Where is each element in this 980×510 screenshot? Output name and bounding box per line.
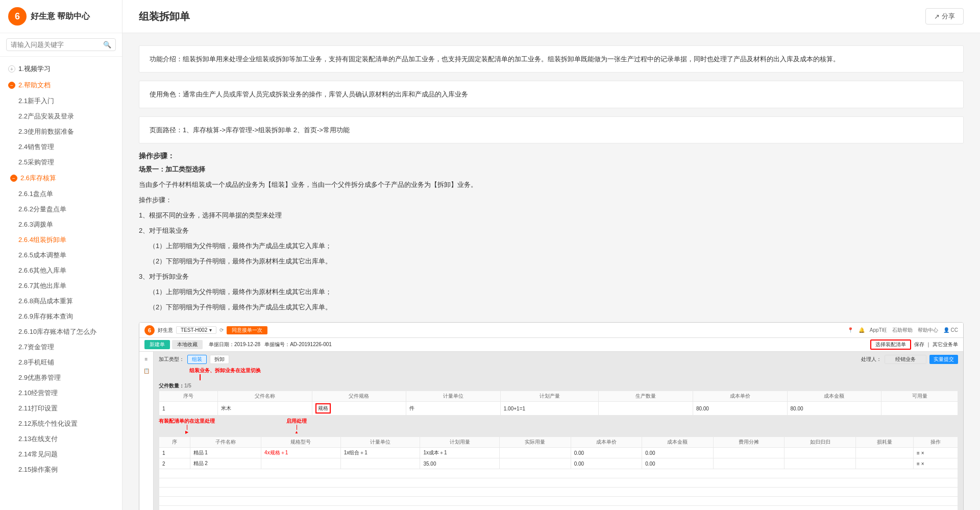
table-row: 1 精品 1 4x规格＋1 1x组合＋1 1x成本＋1 0.00 0.00 — [159, 448, 958, 458]
mock-tab-active[interactable]: 新建单 — [144, 340, 170, 349]
table-row — [159, 488, 958, 497]
arrow-line2 — [297, 425, 297, 430]
annotation-label-enable: 启用处理 — [286, 418, 307, 425]
mock-text3: 帮助中心 — [918, 327, 938, 334]
mock-confirm-btn[interactable]: 实量提交 — [929, 355, 958, 364]
sidebar-item-faq[interactable]: 2.14常见问题 — [0, 447, 122, 462]
sidebar-item-video[interactable]: + 1.视频学习 — [0, 61, 122, 77]
mock-body: ≡ 📋 加工类型： 组装 拆卸 处理人： 经销业务 实量提交 — [139, 352, 963, 510]
mock-type-label: 加工类型： — [159, 356, 184, 363]
mock-input-highlighted[interactable]: 规格 — [315, 403, 331, 414]
sidebar-item-inventory[interactable]: − 2.6库存核算 — [0, 170, 122, 186]
sidebar-item-finance[interactable]: 2.7资金管理 — [0, 339, 122, 355]
search-icon: 🔍 — [103, 41, 111, 48]
sidebar-item-cases[interactable]: 2.15操作案例 — [0, 462, 122, 477]
step3-2: （2）下部明细为子件明细，最终作为产成品生成其它入库单。 — [139, 301, 964, 314]
mock-action-btn[interactable]: 同意接单一次 — [227, 326, 267, 334]
col-parent-spec: 父件规格 — [312, 391, 406, 402]
sidebar-item-install[interactable]: 2.2产品安装及登录 — [0, 109, 122, 124]
cell-parent-spec: 规格 — [312, 402, 406, 416]
sidebar-item-newcomer[interactable]: 2.1新手入门 — [0, 93, 122, 109]
share-icon: ↗ — [934, 13, 940, 20]
cell-loss — [855, 448, 913, 458]
sidebar-item-partial-stocktake[interactable]: 2.6.2分量盘点单 — [0, 202, 122, 217]
mock-child-table: 序 子件名称 规格型号 计量单位 计划用量 实际用量 成本单价 成本金额 费用分… — [159, 436, 958, 510]
cell-plan-use: 1x成本＋1 — [420, 448, 500, 458]
col-plan-qty: 计划产量 — [500, 391, 599, 402]
sidebar-item-ops[interactable]: 2.10经营管理 — [0, 385, 122, 401]
sidebar-item-assembly[interactable]: 2.6.4组装拆卸单 — [0, 232, 122, 248]
mock-sidebar-icon1: ≡ — [139, 354, 153, 364]
sidebar-item-payment[interactable]: 2.13在线支付 — [0, 431, 122, 447]
sidebar-item-docs[interactable]: − 2.帮助文档 — [0, 77, 122, 93]
intro-block-1: 功能介绍：组装拆卸单用来处理企业组装或拆卸等加工业务，支持有固定装配清单的产品加… — [139, 45, 964, 72]
expand-icon: − — [10, 175, 17, 182]
mock-type-selector: 加工类型： 组装 拆卸 处理人： 经销业务 实量提交 — [159, 355, 958, 364]
cell-child-name2: 精品 2 — [190, 458, 261, 469]
table-row: 1 米木 规格 件 1.00+1=1 80.00 80.00 — [159, 402, 958, 416]
mock-handler-input[interactable]: 经销业务 — [885, 355, 926, 364]
sidebar-item-ledger-fix[interactable]: 2.6.10库存账本错了怎么办 — [0, 324, 122, 339]
mock-tab-2[interactable]: 本地收藏 — [172, 340, 203, 349]
scene1-title: 场景一：加工类型选择 — [139, 165, 964, 174]
mock-dropdown-arrow: ▾ — [209, 327, 212, 333]
mock-topbar-right: 📍 🔔 AppT旺 石助帮助 帮助中心 👤 CC — [847, 327, 958, 334]
cell-child-name: 精品 1 — [190, 448, 261, 458]
app-logo-icon: 6 — [8, 7, 27, 26]
mock-child-table-header: 序 子件名称 规格型号 计量单位 计划用量 实际用量 成本单价 成本金额 费用分… — [159, 437, 958, 448]
mock-assembly-label: 选择装配清单 — [875, 341, 906, 348]
search-input[interactable] — [11, 41, 103, 48]
cell-plan-use2: 35.00 — [420, 458, 500, 469]
page-title: 组装拆卸单 — [139, 10, 190, 23]
mock-handler-field: 处理人： — [861, 356, 881, 363]
sidebar-item-other-in[interactable]: 2.6.6其他入库单 — [0, 263, 122, 278]
mock-icon1: 📍 — [847, 327, 853, 333]
cell-no: 1 — [159, 402, 218, 416]
share-button[interactable]: ↗ 分享 — [925, 8, 964, 25]
mock-type-option1[interactable]: 组装 — [187, 355, 207, 364]
col-no2: 序 — [159, 437, 190, 448]
mock-type-option2[interactable]: 拆卸 — [210, 355, 229, 364]
sidebar-item-dataprep[interactable]: 2.3使用前数据准备 — [0, 124, 122, 139]
intro-block-2: 使用角色：通常由生产人员或库管人员完成拆装业务的操作，库管人员确认原材料的出库和… — [139, 81, 964, 108]
step2: 2、对于组装业务 — [139, 224, 964, 237]
ops-title: 操作步骤： — [139, 152, 964, 161]
sidebar-item-sales[interactable]: 2.4销售管理 — [0, 139, 122, 155]
sidebar-item-mobile[interactable]: 2.8手机旺铺 — [0, 355, 122, 370]
cell-child-unit2 — [340, 458, 420, 469]
cell-child-amt: 0.00 — [642, 448, 714, 458]
cell-return — [785, 448, 856, 458]
mock-btn-assembly[interactable]: 选择装配清单 — [870, 339, 911, 350]
main-content: 功能介绍：组装拆卸单用来处理企业组装或拆卸等加工业务，支持有固定装配清单的产品加… — [122, 33, 980, 510]
sidebar-item-ledger-query[interactable]: 2.6.9库存账本查询 — [0, 309, 122, 324]
step2-1: （1）上部明细为父件明细，最终作为产成品生成其它入库单； — [139, 239, 964, 253]
sidebar-item-other-out[interactable]: 2.6.7其他出库单 — [0, 278, 122, 294]
table-row — [159, 506, 958, 510]
cell-plan-qty: 1.00+1=1 — [500, 402, 599, 416]
sidebar-item-transfer[interactable]: 2.6.3调拨单 — [0, 217, 122, 232]
mock-store-dropdown[interactable]: TEST-H002 ▾ — [176, 326, 216, 334]
path-block: 页面路径：1、库存核算->库存管理->组装拆卸单 2、首页->常用功能 — [139, 116, 964, 143]
search-box[interactable]: 🔍 — [6, 38, 116, 51]
col-child-unit: 计量单位 — [340, 437, 420, 448]
sidebar-item-coupon[interactable]: 2.9优惠券管理 — [0, 370, 122, 385]
mock-extra-btns: 保存 ｜ 其它业务单 — [914, 341, 958, 348]
table-row — [159, 469, 958, 478]
sidebar-item-print[interactable]: 2.11打印设置 — [0, 401, 122, 416]
step2-2: （2）下部明细为子件明细，最终作为原材料生成其它出库单。 — [139, 255, 964, 268]
cell-child-spec2 — [261, 458, 341, 469]
intro-text-1: 功能介绍：组装拆卸单用来处理企业组装或拆卸等加工业务，支持有固定装配清单的产品加… — [150, 55, 840, 63]
col-actual-use: 实际用量 — [500, 437, 571, 448]
step3-1: （1）上部明细为父件明细，最终作为原材料生成其它出库单； — [139, 285, 964, 299]
ops-steps-label: 操作步骤： — [139, 193, 964, 207]
sidebar-item-purchase[interactable]: 2.5采购管理 — [0, 155, 122, 170]
col-loss: 损耗量 — [855, 437, 913, 448]
cell-alloc2 — [713, 458, 785, 469]
col-child-amt: 成本金额 — [642, 437, 714, 448]
sidebar-item-cost-adjust[interactable]: 2.6.5成本调整单 — [0, 248, 122, 263]
sidebar-item-stocktake[interactable]: 2.6.1盘点单 — [0, 186, 122, 202]
sidebar-item-cost-recalc[interactable]: 2.6.8商品成本重算 — [0, 294, 122, 309]
expand-icon: + — [8, 65, 15, 72]
sidebar-item-system[interactable]: 2.12系统个性化设置 — [0, 416, 122, 431]
sidebar-nav: + 1.视频学习 − 2.帮助文档 2.1新手入门 2.2产品安装及登录 2.3… — [0, 57, 122, 481]
